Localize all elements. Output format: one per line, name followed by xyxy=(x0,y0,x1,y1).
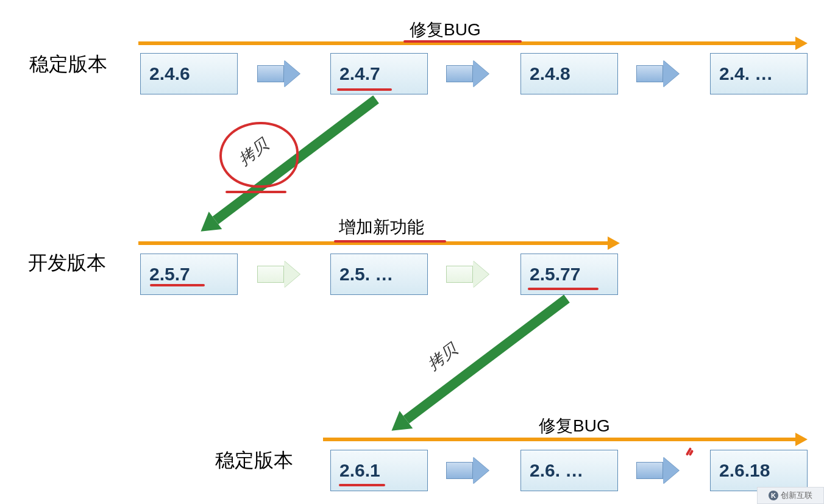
row-label-stable-2: 稳定版本 xyxy=(215,447,293,474)
marker-underline-fixbug-1 xyxy=(403,40,522,43)
marker-underline-2577 xyxy=(528,288,598,290)
timeline-label-stable-1: 修复BUG xyxy=(410,18,481,41)
timeline-label-stable-2: 修复BUG xyxy=(539,414,610,438)
arrow-right-icon xyxy=(446,60,486,87)
version-box: 2.4.6 xyxy=(140,53,238,94)
marker-underline-copy-1 xyxy=(226,191,286,193)
arrow-right-icon xyxy=(446,261,486,288)
version-box: 2.5. … xyxy=(330,254,428,295)
arrow-right-icon xyxy=(636,60,677,87)
timeline-stable-2 xyxy=(323,438,795,441)
version-box: 2.4.8 xyxy=(520,53,618,94)
copy-label-2: 拷贝 xyxy=(424,339,462,375)
marker-underline-newfeat xyxy=(334,240,446,243)
arrow-right-icon xyxy=(636,457,677,484)
watermark: K 创新互联 xyxy=(757,487,824,504)
watermark-text: 创新互联 xyxy=(781,490,812,501)
version-box: 2.4. … xyxy=(710,53,808,94)
arrow-right-icon xyxy=(257,261,297,288)
marker-underline-247 xyxy=(337,88,392,91)
marker-circle-copy-1 xyxy=(219,122,299,188)
marker-underline-261 xyxy=(339,484,385,486)
marker-underline-257 xyxy=(150,284,205,286)
row-label-dev: 开发版本 xyxy=(28,250,106,277)
watermark-logo-icon: K xyxy=(769,491,778,500)
version-box: 2.5.7 xyxy=(140,254,238,295)
timeline-label-dev: 增加新功能 xyxy=(339,216,424,239)
arrow-right-icon xyxy=(257,60,297,87)
version-box: 2.6. … xyxy=(520,450,618,491)
row-label-stable-1: 稳定版本 xyxy=(29,51,107,78)
arrow-right-icon xyxy=(446,457,486,484)
version-box: 2.6.18 xyxy=(710,450,808,491)
